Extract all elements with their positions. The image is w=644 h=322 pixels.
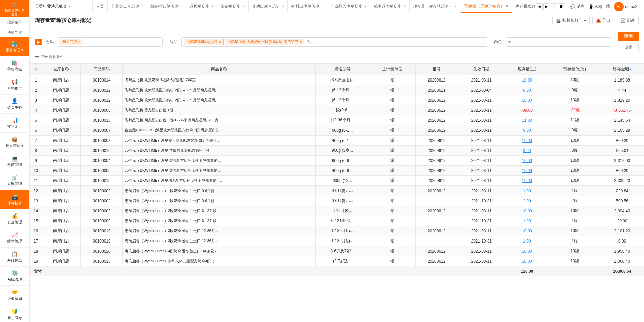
sidebar-item-inventory[interactable]: 🗃️ 库存核算 [0, 190, 29, 209]
tab-cost-adj[interactable]: 成本调整单历史 ✕ [370, 0, 410, 13]
col-settings[interactable]: ⚙ [30, 64, 42, 75]
cell-stock-main-7[interactable]: 3.00 [505, 146, 549, 156]
tab-home-label: 首页 [96, 4, 104, 9]
sidebar-item-system[interactable]: ⚙️ 系统管理 [0, 267, 29, 286]
product-tag-0[interactable]: 飞鹤奶粉3段两提装 ✕ [184, 39, 224, 45]
sidebar-item-marketing[interactable]: 📢 营销推广 [0, 75, 29, 95]
sidebar-item-retail[interactable]: 🏪 零售管理 ▾ [0, 37, 29, 56]
cell-stock-main-17[interactable]: 10.00 [505, 246, 549, 256]
cell-stock-main-4[interactable]: 11.00 [505, 115, 549, 125]
message-btn[interactable]: 💬 消息 [570, 4, 585, 9]
cell-spec-10: 900g (12... [316, 176, 369, 186]
product-tag-close-0[interactable]: ✕ [219, 40, 221, 44]
balance-info-icon[interactable]: ℹ [630, 67, 631, 71]
warehouse-tag-0[interactable]: 南岸门店 ✕ [60, 39, 83, 45]
export-btn[interactable]: 📤 导出 [592, 16, 614, 25]
sidebar-item-basic[interactable]: 📋 基础信息 [0, 248, 29, 267]
sidebar-item-member[interactable]: 👤 会员中心 [0, 95, 29, 114]
org-dropdown-icon[interactable]: ▾ [68, 5, 70, 8]
filter-expand-arrow[interactable]: ▶ [35, 39, 42, 45]
org-selector[interactable]: 母婴行业演示账套 ▾ [32, 0, 93, 13]
sidebar-item-ecom[interactable]: 💻 电商管理 [0, 152, 29, 171]
product-filter-tags[interactable]: 飞鹤奶粉3段两提装 ✕ 飞鹤星飞帆 儿童奶粉 4段(3-6岁适用) 700克 ✕… [181, 37, 487, 47]
product-more[interactable]: 飞... [306, 39, 313, 45]
sidebar-quicknav[interactable]: 快捷导航 [0, 28, 29, 37]
shop-icon: 🛍️ [1, 60, 28, 66]
tab-stock-dist-close[interactable]: ✕ [506, 4, 508, 8]
tab-stock-status[interactable]: 现存量（库存状况表） ✕ [410, 0, 461, 13]
cell-stock-main-0[interactable]: 10.00 [505, 75, 549, 85]
cell-stock-main-14[interactable]: 1.00 [505, 216, 549, 226]
table-row: 16 南岸门店 00100019 惠氏启睿（Wyeth illuma）3段奶粉 … [30, 226, 644, 236]
sidebar-item-guide[interactable]: 🔰 新手引导 [0, 305, 29, 322]
page-header: 现存量查询(按仓库+批次) 🖨️ 按模板打印 ▾ 📤 导出 🔄 刷新 [30, 13, 644, 28]
sidebar-item-wholesale[interactable]: 📦 批发管理 ▾ [0, 133, 29, 152]
cell-warehouse-18: 南岸门店 [42, 256, 81, 266]
tab-other-out-close[interactable]: ✕ [281, 5, 284, 8]
cell-stock-main-13[interactable]: 10.00 [505, 206, 549, 216]
tab-material-out[interactable]: 材料出库单历史 ✕ [288, 0, 327, 13]
cell-stock-main-3[interactable]: -39.00 [505, 105, 549, 115]
tab-home[interactable]: 首页 [93, 0, 108, 13]
color-dropdown-icon[interactable]: ▾ [508, 40, 511, 44]
cell-stock-main-6[interactable]: 10.00 [505, 136, 549, 146]
tab-requisition[interactable]: 要货单历史 ✕ [217, 0, 249, 13]
tab-prev-btn[interactable]: ◀ [536, 3, 543, 10]
cell-stock-main-11[interactable]: 1.00 [505, 186, 549, 196]
tab-transfer[interactable]: 调拨单历史 ✕ [186, 0, 217, 13]
cell-stock-main-1[interactable]: 0.00 [505, 85, 549, 95]
tab-product-in-close[interactable]: ✕ [364, 5, 367, 8]
user-profile[interactable]: Ea demo2 [614, 2, 637, 11]
tab-transfer-close[interactable]: ✕ [211, 5, 214, 8]
sidebar-item-shop[interactable]: 🛍️ 零售商城 [0, 56, 29, 75]
color-filter-tags[interactable]: ▾ [506, 37, 611, 47]
tab-split-check[interactable]: 分量盘点单历史 ✕ [108, 0, 147, 13]
tab-other-out[interactable]: 其他出库单历史 ✕ [249, 0, 288, 13]
tab-cost-adj-close[interactable]: ✕ [403, 5, 406, 8]
cell-stock-main-16[interactable]: 1.00 [505, 236, 549, 246]
table-container[interactable]: ⚙ 仓库名称 商品编码 商品名称 规格型号 主计量单位 批号 失效日期 现存量(… [30, 63, 644, 322]
template-print-btn[interactable]: 🖨️ 按模板打印 ▾ [552, 16, 590, 25]
sidebar-item-corp[interactable]: 🤝 企业协同 [0, 286, 29, 305]
tab-stock-dist[interactable]: 现存量（库存分布表） ✕ [461, 0, 512, 13]
tab-product-in[interactable]: 产成品入库单历史 ✕ [327, 0, 370, 13]
refresh-btn[interactable]: 🔄 刷新 [617, 16, 639, 25]
cell-stock-main-12[interactable]: 2.00 [505, 196, 549, 206]
cell-stock-main-5[interactable]: 9.00 [505, 125, 549, 136]
app-download-btn[interactable]: 📱 App下载 [589, 4, 610, 9]
tab-stock-status-close[interactable]: ✕ [454, 5, 457, 8]
print-dropdown-icon[interactable]: ▾ [584, 18, 586, 23]
warehouse-filter-tags[interactable]: 南岸门店 ✕ [58, 37, 163, 47]
sidebar-item-stats[interactable]: 📊 零售统计 [0, 114, 29, 133]
cell-stock-main-18[interactable]: 10.00 [505, 256, 549, 266]
cell-stock-main-10[interactable]: 10.00 [505, 176, 549, 186]
sidebar-search[interactable]: 搜索菜单 [0, 17, 29, 28]
warehouse-tag-close-0[interactable]: ✕ [78, 40, 81, 44]
cell-stock-main-8[interactable]: 10.00 [505, 156, 549, 166]
tab-requisition-close[interactable]: ✕ [242, 5, 245, 8]
cell-stock-main-2[interactable]: 10.00 [505, 95, 549, 105]
cell-name-14: 惠氏启睿（Wyeth illuma）2段奶粉 爱尔兰进口 6-12月较... [123, 216, 316, 226]
cell-stock-pkg-16: 1罐 [549, 236, 600, 246]
sidebar: 🛒 畅捷通好生意 标版 搜索菜单 快捷导航 🏪 零售管理 ▾ 🛍️ 零售商城 📢… [0, 0, 30, 322]
tab-split-check-close[interactable]: ✕ [141, 5, 143, 8]
product-tag-1[interactable]: 飞鹤星飞帆 儿童奶粉 4段(3-6岁适用) 700克 ✕ [225, 39, 304, 45]
tab-batch-settle[interactable]: 库存批次账 ✕ [512, 0, 535, 13]
sidebar-item-purchase[interactable]: 🛒 采购管理 [0, 171, 29, 190]
expand-more-btn[interactable]: ▾▾ 展开更多条件 [35, 54, 639, 60]
tab-menu-btn[interactable]: ☰ [558, 3, 565, 10]
cell-stock-main-9[interactable]: 10.00 [505, 166, 549, 176]
cell-expiry-7: 2021-03-11 [458, 146, 505, 156]
sidebar-item-ops[interactable]: 📈 经营管理 [0, 228, 29, 248]
query-btn[interactable]: 查询 [618, 32, 639, 41]
tab-unpack[interactable]: 组装拆卸单历史 ✕ [147, 0, 186, 13]
tab-close-btn[interactable]: ✕ [551, 3, 557, 10]
tab-unpack-close[interactable]: ✕ [180, 5, 182, 8]
tab-next-btn[interactable]: ▶ [543, 3, 550, 10]
settings-btn[interactable]: 设置 [618, 43, 639, 52]
cell-stock-main-15[interactable]: 10.00 [505, 226, 549, 236]
col-settings-icon[interactable]: ⚙ [34, 67, 38, 72]
sidebar-item-finance[interactable]: 💰 资金管理 [0, 209, 29, 228]
tab-material-out-close[interactable]: ✕ [321, 5, 323, 8]
product-tag-close-1[interactable]: ✕ [299, 40, 302, 44]
